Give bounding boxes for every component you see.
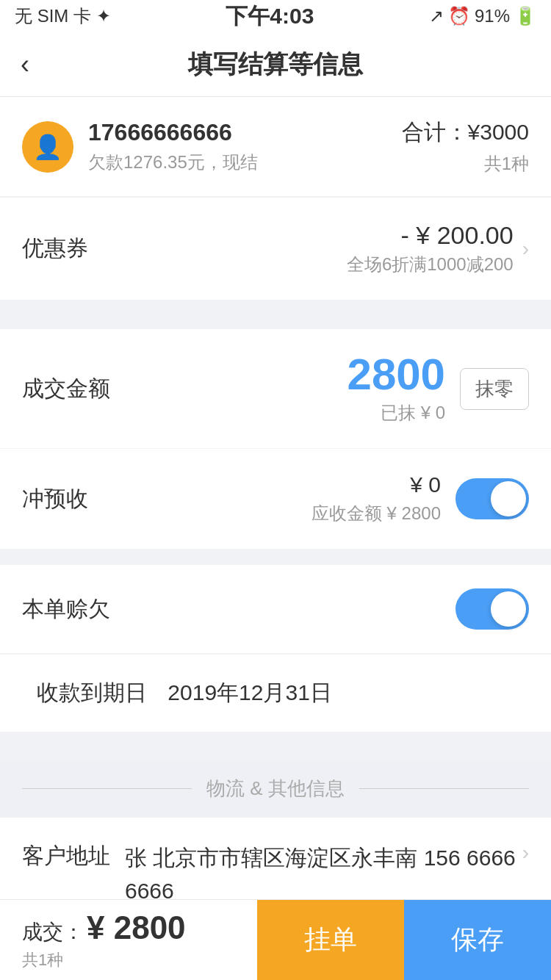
payment-due-row: 收款到期日 2019年12月31日 [0,655,551,732]
bottom-deal-line: 成交： ¥ 2800 [22,909,235,946]
avatar-icon: 👤 [33,133,62,161]
section-divider-1 [0,314,551,329]
order-count: 共1种 [402,152,529,176]
precharge-toggle[interactable] [455,478,529,519]
amount-right: 2800 已抹 ¥ 0 抹零 [347,353,529,425]
payment-due-date: 2019年12月31日 [168,680,331,705]
location-icon: ↗ [429,6,444,26]
amount-label: 成交金额 [22,374,110,404]
payment-due-content: 收款到期日 2019年12月31日 [22,678,529,708]
order-total: 合计：¥3000 [402,118,529,148]
customer-debt: 欠款1276.35元，现结 [88,151,258,174]
nav-bar: ‹ 填写结算等信息 [0,32,551,97]
debt-toggle[interactable] [455,588,529,630]
coupon-row[interactable]: 优惠券 - ¥ 200.00 全场6折满1000减200 › [0,198,551,300]
debt-label: 本单赊欠 [22,594,110,624]
coupon-right: - ¥ 200.00 全场6折满1000减200 › [347,221,529,276]
status-right: ↗ ⏰ 91% 🔋 [429,6,536,26]
amount-value: 2800 [347,353,445,397]
save-button[interactable]: 保存 [404,900,551,980]
bottom-summary: 成交： ¥ 2800 共1种 [0,909,257,971]
alarm-icon: ⏰ [448,6,470,26]
deal-amount: ¥ 2800 [87,909,186,946]
amount-row: 成交金额 2800 已抹 ¥ 0 抹零 [0,329,551,449]
customer-info: 17666666666 欠款1276.35元，现结 [88,119,258,174]
customer-row: 👤 17666666666 欠款1276.35元，现结 合计：¥3000 共1种 [0,97,551,196]
deal-count: 共1种 [22,949,235,971]
coupon-chevron-icon: › [522,237,529,261]
hang-button[interactable]: 挂单 [257,900,404,980]
precharge-values: ¥ 0 应收金额 ¥ 2800 [311,472,441,525]
sim-status: 无 SIM 卡 ✦ [15,4,111,28]
precharge-right: ¥ 0 应收金额 ¥ 2800 [311,472,529,525]
coupon-info: - ¥ 200.00 全场6折满1000减200 [347,221,514,276]
coupon-description: 全场6折满1000减200 [347,253,514,276]
deal-label: 成交： [22,918,84,946]
bottom-actions: 挂单 保存 [257,900,551,980]
amount-sub: 已抹 ¥ 0 [347,401,445,425]
address-chevron-icon: › [522,841,529,865]
section-divider-2 [0,550,551,565]
status-time: 下午4:03 [226,1,314,32]
bottom-bar: 成交： ¥ 2800 共1种 挂单 保存 [0,899,551,980]
divider-line-right [359,788,529,789]
address-label: 客户地址 [22,841,110,871]
debt-row: 本单赊欠 [0,565,551,653]
precharge-amount: ¥ 0 [311,472,441,497]
logistics-section-label: 物流 & 其他信息 [0,761,551,816]
divider-line-left [22,788,192,789]
status-left: 无 SIM 卡 ✦ [15,4,111,28]
payment-due-label: 收款到期日 [37,680,147,705]
amount-info: 2800 已抹 ¥ 0 [347,353,445,425]
back-button[interactable]: ‹ [21,49,29,80]
coupon-label: 优惠券 [22,234,88,264]
precharge-label: 冲预收 [22,484,88,514]
customer-left: 👤 17666666666 欠款1276.35元，现结 [22,119,258,174]
coupon-discount: - ¥ 200.00 [347,221,514,250]
battery-level: 91% [475,6,510,26]
precharge-row: 冲预收 ¥ 0 应收金额 ¥ 2800 [0,449,551,549]
logistics-label: 物流 & 其他信息 [206,776,345,801]
battery-icon: 🔋 [514,6,536,26]
content-area: 👤 17666666666 欠款1276.35元，现结 合计：¥3000 共1种… [0,97,551,980]
customer-phone: 17666666666 [88,119,258,146]
address-value: 张 北京市市辖区海淀区永丰南 156 6666 6666 [125,841,522,907]
round-zero-button[interactable]: 抹零 [460,368,529,410]
avatar: 👤 [22,121,73,173]
section-divider-3 [0,746,551,761]
amount-section: 成交金额 2800 已抹 ¥ 0 抹零 冲预收 ¥ 0 应收金额 ¥ 2800 [0,329,551,549]
customer-right: 合计：¥3000 共1种 [402,118,529,176]
status-bar: 无 SIM 卡 ✦ 下午4:03 ↗ ⏰ 91% 🔋 [0,0,551,32]
precharge-sub: 应收金额 ¥ 2800 [311,502,441,525]
page-title: 填写结算等信息 [188,48,363,82]
